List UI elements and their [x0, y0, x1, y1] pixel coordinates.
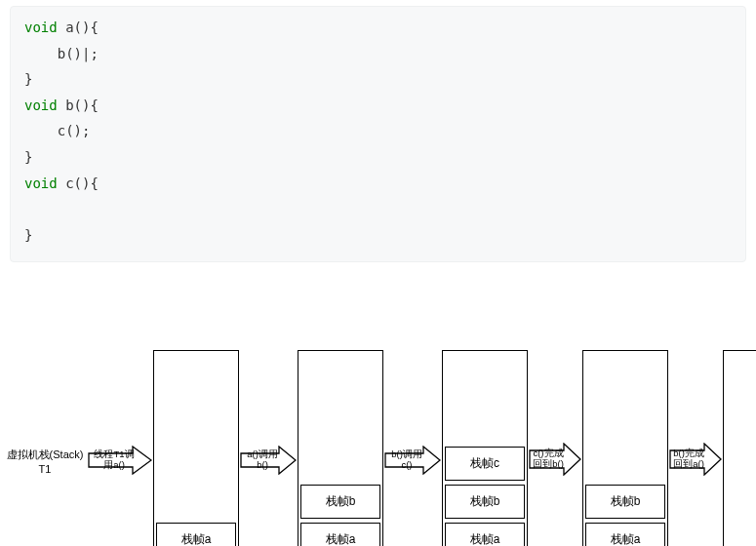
code-line: void c(){ [24, 171, 732, 197]
arrow-label: b()调用c() [386, 449, 427, 471]
code-text: c(); [24, 123, 90, 138]
stack-label: 虚拟机栈(Stack) T1 [2, 448, 88, 476]
arrow-label: a()调用b() [242, 449, 283, 471]
code-line: } [24, 144, 732, 171]
stack-frame: 栈帧b [445, 485, 525, 519]
stack-column: 栈帧b 栈帧a [298, 350, 383, 546]
stack-column: 栈帧a [153, 350, 239, 546]
stack-frame: 栈帧c [445, 447, 525, 481]
keyword: void [24, 98, 58, 113]
code-line: b()|; [24, 41, 732, 67]
code-text: b(){ [58, 98, 99, 113]
code-text: |; [82, 46, 99, 61]
stack-label-top: 虚拟机栈(Stack) [2, 448, 88, 461]
code-line: void b(){ [24, 93, 732, 119]
stack-frame: 栈帧a [445, 523, 525, 546]
arrow-label: c()完成回到b() [531, 448, 566, 470]
code-block: void a(){ b()|; } void b(){ c(); } void … [10, 6, 746, 262]
code-line [24, 196, 732, 222]
stack-frame: 栈帧a [156, 523, 236, 546]
code-text: a(){ [58, 20, 99, 35]
stack-frame: 栈帧a [300, 523, 380, 546]
stack-column [723, 350, 756, 546]
arrow-label: b()完成回到a() [671, 448, 706, 470]
arrow-icon: b()调用c() [384, 446, 441, 475]
code-line: } [24, 222, 732, 249]
stack-label-bottom: T1 [2, 462, 88, 476]
arrow-label: 线程T1调用a() [90, 449, 139, 471]
code-line: c(); [24, 118, 732, 144]
arrow-icon: 线程T1调用a() [88, 446, 152, 475]
arrow-icon: a()调用b() [240, 446, 297, 475]
stack-frame: 栈帧b [585, 485, 665, 519]
stack-column: 栈帧c 栈帧b 栈帧a [442, 350, 528, 546]
code-text: b() [24, 46, 82, 61]
code-line: void a(){ [24, 15, 732, 41]
stack-frame: 栈帧b [300, 485, 380, 519]
code-text: c(){ [58, 176, 99, 191]
code-text: } [24, 149, 32, 165]
stack-frame: 栈帧a [585, 523, 665, 546]
code-text: } [24, 227, 32, 243]
stack-column: 栈帧b 栈帧a [582, 350, 668, 546]
code-text: } [24, 71, 32, 87]
arrow-icon: b()完成回到a() [669, 443, 722, 476]
arrow-icon: c()完成回到b() [529, 443, 581, 476]
code-text [24, 201, 32, 216]
stack-diagram: 虚拟机栈(Stack) T1 线程T1调用a() a()调用b() b()调用c… [0, 321, 756, 546]
keyword: void [24, 176, 58, 191]
keyword: void [24, 20, 58, 35]
code-line: } [24, 66, 732, 93]
